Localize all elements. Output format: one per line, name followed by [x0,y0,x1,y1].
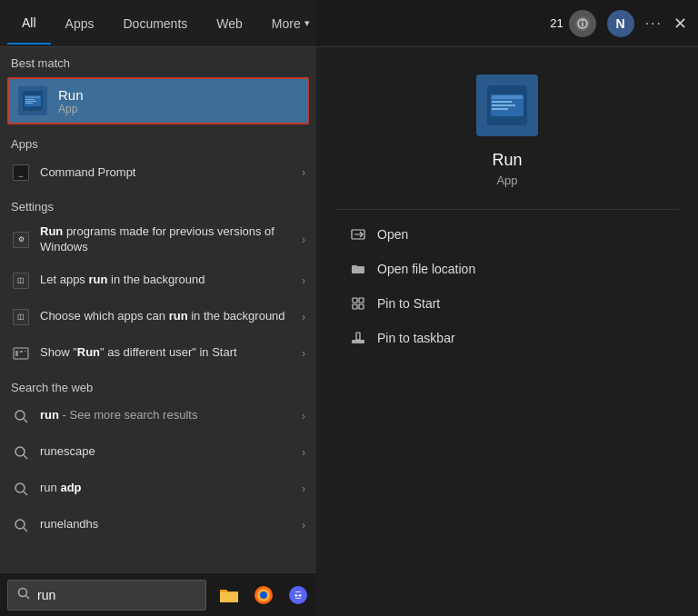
search-web-icon-4 [11,515,31,535]
svg-rect-2 [25,96,40,98]
setting2-bold: run [89,273,108,286]
tab-documents[interactable]: Documents [108,4,202,44]
chevron-right-icon-6: › [302,410,305,422]
tab-web[interactable]: Web [202,4,257,44]
web-search-run-item[interactable]: run - See more search results › [0,398,316,434]
right-panel: 21 N ··· ✕ [316,0,698,616]
svg-line-15 [24,492,27,495]
settings-section-header: Settings [0,191,316,217]
chevron-down-icon: ▾ [304,17,310,29]
badge-count: 21 [550,16,563,30]
web-search-runelandhs-item[interactable]: runelandhs › [0,507,316,543]
svg-point-14 [15,483,25,492]
svg-rect-3 [25,99,35,100]
svg-rect-35 [492,108,508,110]
context-menu: Open Open file location [335,217,679,355]
right-header: 21 N ··· ✕ [316,0,698,47]
context-open-item[interactable]: Open [335,217,679,252]
setting-apps-background-item[interactable]: ◫ Let apps run in the background › [0,263,316,299]
setting4-text1: Show " [40,345,77,359]
web-search-runescape-item[interactable]: runescape › [0,434,316,471]
chevron-right-icon-4: › [302,311,305,323]
search-web-icon-1 [11,406,31,426]
setting-choose-apps-item[interactable]: ◫ Choose which apps can run in the backg… [0,299,316,335]
setting-icon-2: ◫ [11,271,31,291]
best-match-header: Best match [0,47,316,74]
svg-rect-43 [352,340,364,343]
taskbar-firefox-app[interactable] [248,580,279,611]
user-avatar[interactable]: N [607,10,634,37]
svg-line-19 [26,596,30,600]
search-box[interactable] [7,580,206,611]
start-menu: All Apps Documents Web More ▾ Best match [0,0,698,616]
svg-rect-38 [352,266,364,273]
open-label: Open [377,227,408,242]
setting-show-run-item[interactable]: Show "Run" as different user" in Start › [0,335,316,372]
app-preview-type: App [496,174,517,187]
web-search-runadp-item[interactable]: run adp › [0,471,316,507]
pin-start-label: Pin to Start [377,296,440,311]
web-search-1-text: run [40,408,59,422]
search-input[interactable] [37,588,196,602]
app-preview-name: Run [492,151,522,170]
setting3-text2: in the background [188,309,285,323]
web-search-3-bold: adp [60,481,81,494]
notification-badge: 21 [550,10,595,37]
svg-rect-41 [353,304,357,309]
run-app-icon [18,86,47,115]
svg-point-25 [300,594,302,596]
svg-line-17 [24,528,27,532]
chevron-right-icon-8: › [302,482,305,495]
setting3-text1: Choose which apps can [40,309,169,323]
chevron-right-icon-3: › [302,274,305,287]
setting-icon-3: ◫ [11,307,31,327]
setting3-bold: run [169,309,188,323]
setting-run-programs-item[interactable]: ⚙ Run programs made for previous version… [0,217,316,263]
apps-section-header: Apps [0,128,316,154]
taskbar-apps [214,580,314,611]
chevron-right-icon-9: › [302,519,305,532]
taskbar-folder-app[interactable] [214,580,244,611]
search-web-header: Search the web [0,372,316,398]
context-open-file-location-item[interactable]: Open file location [335,252,679,286]
setting2-text1: Let apps [40,273,89,286]
svg-rect-34 [492,104,515,106]
chevron-right-icon-7: › [302,446,305,459]
tab-bar: All Apps Documents Web More ▾ [0,0,316,47]
svg-rect-33 [492,101,512,103]
svg-line-11 [24,419,27,422]
more-options-icon[interactable]: ··· [645,15,663,32]
search-web-icon-2 [11,442,31,462]
svg-point-23 [289,586,307,604]
svg-rect-44 [356,333,360,340]
tab-all[interactable]: All [7,3,51,45]
svg-rect-42 [359,304,364,309]
command-prompt-item[interactable]: _ Command Prompt › [0,154,316,191]
context-pin-taskbar-item[interactable]: Pin to taskbar [335,321,679,355]
left-panel: All Apps Documents Web More ▾ Best match [0,0,316,616]
search-icon [17,587,30,602]
chevron-right-icon-2: › [302,233,305,246]
best-match-name: Run [58,87,84,103]
svg-point-16 [15,520,25,529]
context-pin-start-item[interactable]: Pin to Start [335,286,679,321]
web-search-4-label: runelandhs [40,517,302,532]
search-results-list: Best match Run App [0,47,316,572]
svg-point-10 [15,411,25,420]
best-match-run-item[interactable]: Run App [7,77,309,124]
tab-more[interactable]: More ▾ [257,4,324,44]
setting-icon-1: ⚙ [11,230,31,250]
badge-icon[interactable] [569,10,596,37]
setting1-bold: Run [40,224,63,238]
svg-point-24 [295,594,297,596]
taskbar-discord-app[interactable] [283,580,314,611]
svg-rect-39 [353,298,357,303]
svg-rect-4 [25,101,36,102]
setting4-bold: Run [77,345,100,359]
tab-apps[interactable]: Apps [51,4,109,44]
best-match-type: App [58,103,84,115]
search-web-icon-3 [11,479,31,499]
close-icon[interactable]: ✕ [673,14,687,34]
svg-rect-40 [359,298,364,303]
pin-taskbar-label: Pin to taskbar [377,331,455,345]
